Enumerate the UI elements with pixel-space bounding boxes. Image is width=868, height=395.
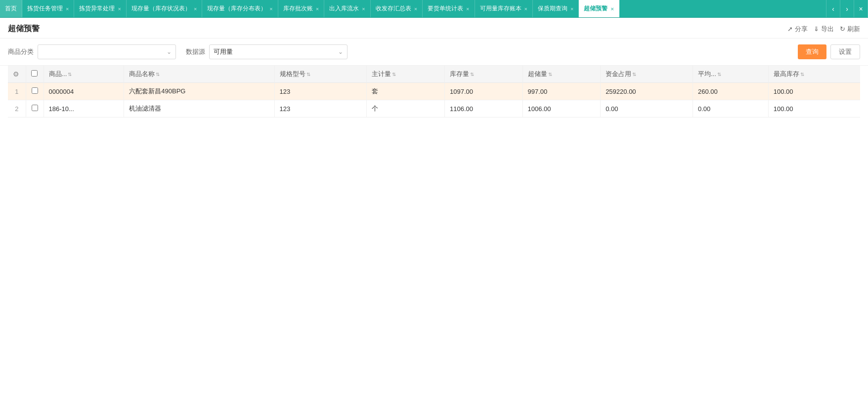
filter-buttons: 查询 设置: [798, 44, 860, 59]
close-tab-icon[interactable]: ×: [524, 6, 527, 12]
table-row: 1 0000004 六配套新昌490BPG 123 套 1097.00 997.…: [8, 83, 860, 100]
page-header: 超储预警 ➚ 分享 ⇓ 导出 ↻ 刷新: [0, 18, 868, 39]
table-row: 2 186-10... 机油滤清器 123 个 1106.00 1006.00 …: [8, 100, 860, 118]
th-settings: ⚙: [8, 66, 26, 83]
gear-icon[interactable]: ⚙: [13, 70, 19, 78]
datasource-dropdown-icon: ⌄: [338, 48, 343, 55]
row-max-2: 100.00: [768, 100, 860, 118]
close-tab-icon[interactable]: ×: [66, 6, 69, 12]
category-filter-group: 商品分类 ⌄: [8, 44, 176, 59]
datasource-value: 可用量: [214, 47, 233, 56]
row-stock-1: 1097.00: [444, 83, 522, 100]
share-button[interactable]: ➚ 分享: [787, 25, 808, 34]
row-checkbox-2[interactable]: [32, 105, 38, 111]
share-icon: ➚: [787, 25, 793, 33]
close-tab-icon[interactable]: ×: [610, 6, 613, 12]
row-avg-2: 0.00: [693, 100, 768, 118]
row-spec-2: 123: [274, 100, 367, 118]
datasource-filter-group: 数据源 可用量 ⌄: [186, 44, 347, 59]
sort-icon-name: ⇅: [156, 72, 160, 77]
row-name-1: 六配套新昌490BPG: [124, 83, 274, 100]
th-max[interactable]: 最高库存⇅: [768, 66, 860, 83]
row-max-1: 100.00: [768, 83, 860, 100]
row-capital-2: 0.00: [601, 100, 693, 118]
close-tab-icon[interactable]: ×: [362, 6, 365, 12]
select-all-checkbox[interactable]: [31, 70, 38, 77]
category-label: 商品分类: [8, 47, 34, 56]
row-unit-1: 套: [367, 83, 445, 100]
export-button[interactable]: ⇓ 导出: [814, 25, 834, 34]
nav-prev-arrow[interactable]: ‹: [826, 0, 840, 18]
close-tab-icon[interactable]: ×: [316, 6, 319, 12]
sort-icon-capital: ⇅: [632, 72, 636, 77]
row-checkbox-cell-1: [26, 83, 43, 100]
sort-icon-max: ⇅: [800, 72, 804, 77]
nav-next-arrow[interactable]: ›: [840, 0, 854, 18]
top-nav: 首页拣货任务管理×拣货异常处理×现存量（库存状况表）×现存量（库存分布表）×库存…: [0, 0, 868, 18]
th-stock[interactable]: 库存量⇅: [444, 66, 522, 83]
data-table: ⚙ 商品...⇅ 商品名称⇅ 规格型号⇅ 主计量⇅ 库存量⇅: [8, 66, 860, 118]
nav-item-超储预警[interactable]: 超储预警×: [579, 0, 619, 17]
nav-item-收发存汇总表[interactable]: 收发存汇总表×: [371, 0, 423, 17]
refresh-button[interactable]: ↻ 刷新: [840, 25, 860, 34]
close-tab-icon[interactable]: ×: [269, 6, 272, 12]
nav-arrows: ‹ › ×: [826, 0, 868, 18]
export-icon: ⇓: [814, 25, 819, 33]
close-tab-icon[interactable]: ×: [466, 6, 469, 12]
row-checkbox-1[interactable]: [32, 87, 38, 94]
sort-icon-unit: ⇅: [392, 72, 396, 77]
sort-icon-overstock: ⇅: [548, 72, 552, 77]
nav-item-现存量（库存状况表）[interactable]: 现存量（库存状况表）×: [127, 0, 202, 17]
nav-item-要货单统计表[interactable]: 要货单统计表×: [423, 0, 475, 17]
th-overstock[interactable]: 超储量⇅: [522, 66, 601, 83]
nav-item-保质期查询[interactable]: 保质期查询×: [533, 0, 579, 17]
row-unit-2: 个: [367, 100, 445, 118]
row-num-2: 2: [8, 100, 26, 118]
nav-item-拣货异常处理[interactable]: 拣货异常处理×: [74, 0, 126, 17]
table-container: ⚙ 商品...⇅ 商品名称⇅ 规格型号⇅ 主计量⇅ 库存量⇅: [0, 66, 868, 118]
category-dropdown-icon: ⌄: [167, 48, 172, 55]
sort-icon-spec: ⇅: [306, 72, 310, 77]
nav-item-现存量（库存分布表）[interactable]: 现存量（库存分布表）×: [202, 0, 278, 17]
row-capital-1: 259220.00: [601, 83, 693, 100]
datasource-select[interactable]: 可用量 ⌄: [209, 44, 347, 59]
close-tab-icon[interactable]: ×: [194, 6, 197, 12]
row-name-2: 机油滤清器: [124, 100, 274, 118]
nav-close-arrow[interactable]: ×: [854, 0, 868, 18]
th-name[interactable]: 商品名称⇅: [124, 66, 274, 83]
close-tab-icon[interactable]: ×: [118, 6, 121, 12]
nav-item-出入库流水[interactable]: 出入库流水×: [324, 0, 370, 17]
close-tab-icon[interactable]: ×: [570, 6, 573, 12]
th-capital[interactable]: 资金占用⇅: [601, 66, 693, 83]
table-header-row: ⚙ 商品...⇅ 商品名称⇅ 规格型号⇅ 主计量⇅ 库存量⇅: [8, 66, 860, 83]
query-button[interactable]: 查询: [798, 44, 826, 59]
row-checkbox-cell-2: [26, 100, 43, 118]
row-code-1: 0000004: [43, 83, 124, 100]
nav-item-首页[interactable]: 首页: [0, 0, 22, 17]
sort-icon-code: ⇅: [68, 72, 72, 77]
refresh-icon: ↻: [840, 25, 845, 33]
settings-button[interactable]: 设置: [830, 44, 860, 59]
sort-icon-stock: ⇅: [470, 72, 474, 77]
datasource-label: 数据源: [186, 47, 205, 56]
nav-item-拣货任务管理[interactable]: 拣货任务管理×: [22, 0, 74, 17]
th-spec[interactable]: 规格型号⇅: [274, 66, 367, 83]
header-actions: ➚ 分享 ⇓ 导出 ↻ 刷新: [787, 25, 860, 34]
row-overstock-1: 997.00: [522, 83, 601, 100]
filter-area: 商品分类 ⌄ 数据源 可用量 ⌄ 查询 设置: [0, 39, 868, 66]
th-checkbox: [26, 66, 43, 83]
th-unit[interactable]: 主计量⇅: [367, 66, 445, 83]
row-stock-2: 1106.00: [444, 100, 522, 118]
row-num-1: 1: [8, 83, 26, 100]
close-tab-icon[interactable]: ×: [414, 6, 417, 12]
nav-item-库存批次账[interactable]: 库存批次账×: [278, 0, 324, 17]
th-avg[interactable]: 平均...⇅: [693, 66, 768, 83]
category-select[interactable]: ⌄: [38, 44, 176, 59]
row-spec-1: 123: [274, 83, 367, 100]
nav-item-可用量库存账本[interactable]: 可用量库存账本×: [475, 0, 533, 17]
sort-icon-avg: ⇅: [717, 72, 721, 77]
row-code-2: 186-10...: [43, 100, 124, 118]
th-code[interactable]: 商品...⇅: [43, 66, 124, 83]
row-avg-1: 260.00: [693, 83, 768, 100]
table-body: 1 0000004 六配套新昌490BPG 123 套 1097.00 997.…: [8, 83, 860, 118]
